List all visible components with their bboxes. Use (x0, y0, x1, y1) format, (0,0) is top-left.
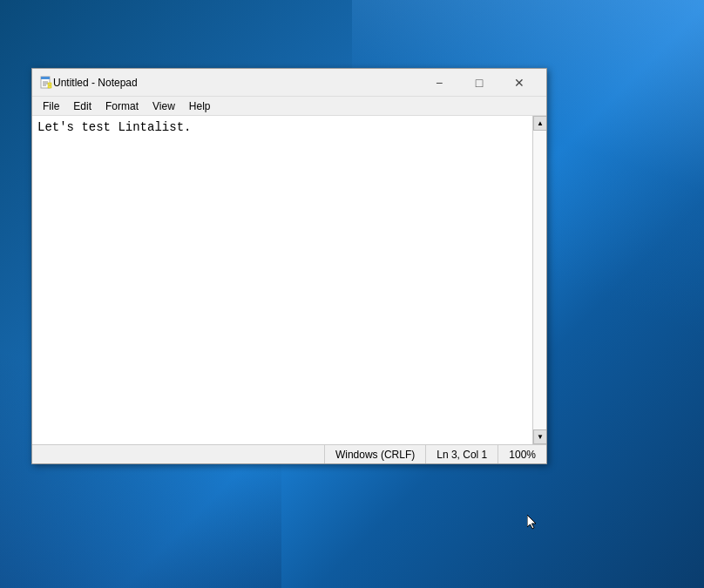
menu-help[interactable]: Help (182, 98, 218, 114)
maximize-button[interactable]: □ (459, 69, 499, 97)
menu-bar: File Edit Format View Help (32, 97, 546, 116)
scroll-down-button[interactable]: ▼ (533, 429, 546, 444)
svg-rect-5 (48, 83, 51, 88)
vertical-scrollbar: ▲ ▼ (532, 116, 546, 444)
window-title: Untitled - Notepad (53, 77, 419, 89)
status-zoom: 100% (498, 445, 546, 463)
menu-format[interactable]: Format (98, 98, 146, 114)
status-bar: Windows (CRLF) Ln 3, Col 1 100% (32, 444, 546, 463)
status-encoding: Windows (CRLF) (324, 445, 425, 463)
menu-file[interactable]: File (36, 98, 66, 114)
title-bar-controls: − □ ✕ (419, 69, 539, 97)
close-button[interactable]: ✕ (499, 69, 539, 97)
scroll-up-button[interactable]: ▲ (533, 116, 546, 131)
menu-view[interactable]: View (146, 98, 182, 114)
title-bar: Untitled - Notepad − □ ✕ (32, 69, 546, 97)
notepad-icon (39, 76, 53, 90)
text-area-container: ▲ ▼ (32, 116, 546, 444)
minimize-button[interactable]: − (419, 69, 459, 97)
notepad-window: Untitled - Notepad − □ ✕ File Edit Forma… (31, 68, 547, 464)
editor-textarea[interactable] (32, 116, 532, 444)
svg-rect-1 (41, 77, 50, 79)
menu-edit[interactable]: Edit (66, 98, 98, 114)
status-position: Ln 3, Col 1 (425, 445, 498, 463)
scrollbar-track[interactable] (533, 131, 546, 429)
